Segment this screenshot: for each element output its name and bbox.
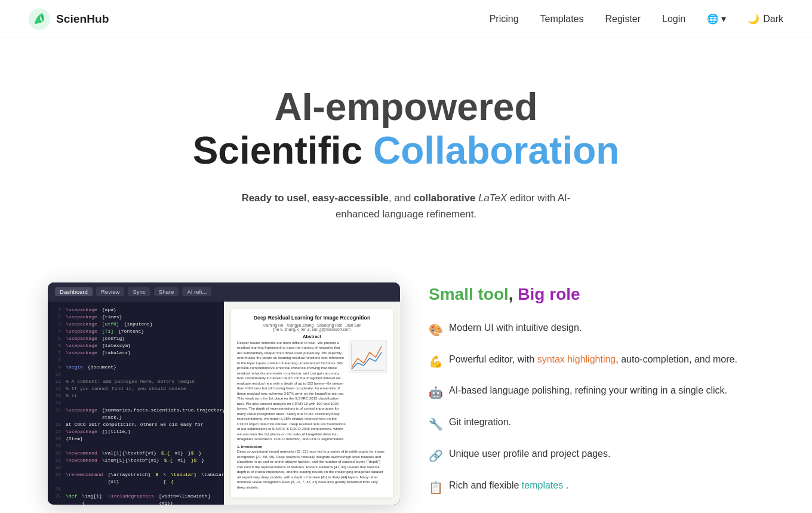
feature-templates: 📋 Rich and flexible templates . <box>429 478 764 497</box>
subtitle-collaborative: collaborative <box>414 192 476 204</box>
feature-profile: 🔗 Unique user profile and project pages. <box>429 447 764 465</box>
paper-intro-text: Deep convolutional neural networks [22, … <box>237 449 387 490</box>
features-heading: Small tool, Big role <box>429 285 764 304</box>
feature-profile-text: Unique user profile and project pages. <box>449 447 764 462</box>
paper-preview: Deep Residual Learning for Image Recogni… <box>231 309 393 497</box>
paper-title: Deep Residual Learning for Image Recogni… <box>237 315 387 321</box>
lang-chevron-icon: ▾ <box>721 13 726 24</box>
moon-icon: 🌙 <box>748 13 759 24</box>
feature-templates-after: . <box>563 480 568 490</box>
robot-icon: 🤖 <box>429 384 443 402</box>
logo-icon <box>29 8 50 30</box>
hero-title: AI-empowered Scientific Collaboration <box>29 86 783 174</box>
nav-links: Pricing Templates Register Login 🌐 ▾ 🌙 D… <box>490 13 783 24</box>
tab-sync[interactable]: Sync <box>128 287 150 296</box>
editor-topbar: Dashboard Review Sync Share AI refi... <box>48 282 400 302</box>
navbar: ScienHub Pricing Templates Register Logi… <box>0 0 812 38</box>
main-content: Dashboard Review Sync Share AI refi... 1… <box>0 259 812 513</box>
editor-tabs: Dashboard Review Sync Share AI refi... <box>55 287 211 296</box>
nav-login[interactable]: Login <box>662 14 685 24</box>
tab-dashboard[interactable]: Dashboard <box>55 287 93 296</box>
subtitle-latex: LaTeX <box>478 192 507 204</box>
editor-body: 1\usepackage{apa} 2\usepackage{times} 3\… <box>48 302 400 505</box>
feature-templates-before: Rich and flexible <box>449 480 522 490</box>
tab-review[interactable]: Review <box>96 287 124 296</box>
paper-intro-label: 1. Introduction <box>237 444 387 450</box>
tab-ai[interactable]: AI refi... <box>182 287 211 296</box>
editor-screenshot: Dashboard Review Sync Share AI refi... 1… <box>48 282 400 505</box>
features-heading-comma: , <box>509 285 513 303</box>
nav-pricing[interactable]: Pricing <box>490 14 519 24</box>
feature-ai: 🤖 AI-based language polishing, refining … <box>429 383 764 402</box>
feature-editor: 💪 Powerful editor, with syntax highlight… <box>429 352 764 371</box>
feature-templates-text: Rich and flexible templates . <box>449 478 764 493</box>
paper-figure <box>349 340 387 373</box>
tab-share[interactable]: Share <box>154 287 179 296</box>
features-section: Small tool, Big role 🎨 Modern UI with in… <box>429 282 764 510</box>
link-icon: 🔗 <box>429 447 443 465</box>
hero-section: AI-empowered Scientific Collaboration Re… <box>0 38 812 259</box>
subtitle-easy: easy-accessible <box>312 192 389 204</box>
nav-register[interactable]: Register <box>605 14 641 24</box>
muscle-icon: 💪 <box>429 353 443 371</box>
feature-git-text: Git integration. <box>449 415 764 430</box>
clipboard-icon: 📋 <box>429 479 443 497</box>
features-heading-green: Small tool <box>429 285 509 303</box>
features-heading-purple: Big role <box>518 285 580 303</box>
svg-rect-1 <box>349 340 387 373</box>
feature-editor-text: Powerful editor, with syntax highlightin… <box>449 352 764 367</box>
code-editor-panel: 1\usepackage{apa} 2\usepackage{times} 3\… <box>48 302 224 505</box>
subtitle-ready: Ready to useI <box>242 192 307 204</box>
feature-modern-ui: 🎨 Modern UI with intuitive design. <box>429 321 764 339</box>
pdf-preview-panel: Deep Residual Learning for Image Recogni… <box>224 302 400 505</box>
subtitle-comma: , <box>307 192 310 204</box>
palette-icon: 🎨 <box>429 321 443 339</box>
feature-modern-ui-text: Modern UI with intuitive design. <box>449 321 764 336</box>
nav-templates[interactable]: Templates <box>540 14 584 24</box>
paper-abstract-label: Abstract <box>237 334 387 339</box>
wrench-icon: 🔧 <box>429 416 443 434</box>
dark-mode-toggle[interactable]: 🌙 Dark <box>748 13 783 24</box>
paper-body: Deeper neural networks are more difficul… <box>237 340 346 442</box>
templates-link[interactable]: templates <box>522 480 563 490</box>
feature-editor-before: Powerful editor, with <box>449 354 537 364</box>
hero-collaboration: Collaboration <box>373 129 619 172</box>
logo-link[interactable]: ScienHub <box>29 8 109 30</box>
syntax-highlight-link[interactable]: syntax highlighting <box>537 354 616 364</box>
brand-name: ScienHub <box>56 13 109 26</box>
hero-title-line1: AI-empowered <box>29 86 783 128</box>
feature-editor-after: , auto-completion, and more. <box>616 354 737 364</box>
hero-subtitle: Ready to useI, easy-accessible, and coll… <box>227 191 585 223</box>
subtitle-and: , and <box>389 192 414 204</box>
lang-icon: 🌐 <box>707 13 719 24</box>
feature-git: 🔧 Git integration. <box>429 415 764 434</box>
hero-title-line2: Scientific Collaboration <box>29 128 783 174</box>
feature-ai-text: AI-based language polishing, refining yo… <box>449 383 764 398</box>
dark-label: Dark <box>763 14 783 24</box>
hero-scientific: Scientific <box>193 129 363 172</box>
language-selector[interactable]: 🌐 ▾ <box>707 13 726 24</box>
paper-authors: Kaiming He Xiangyu Zhang Shaoqing Ren Ji… <box>237 323 387 331</box>
